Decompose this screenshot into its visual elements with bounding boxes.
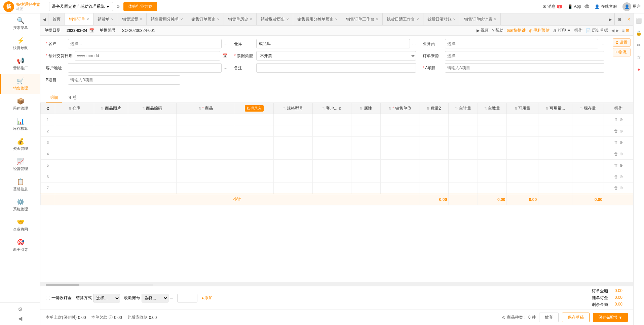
tab-close-icon[interactable]: ✕ <box>250 17 252 21</box>
shortcut-btn[interactable]: ⌨ 快捷键 <box>507 28 526 33</box>
row-copy-icon[interactable]: ⊕ <box>619 186 623 190</box>
remarks-input[interactable] <box>256 63 416 73</box>
warehouse-input[interactable] <box>256 39 410 48</box>
sidebar-item-marketing[interactable]: 📢 营销推广 <box>0 54 40 74</box>
tab-cost-history[interactable]: 销售费用分摊单历史 ✕ <box>293 13 342 26</box>
save-draft-btn[interactable]: 保存草稿 <box>562 313 590 322</box>
sidebar-collapse-icon[interactable]: ◀ <box>18 315 22 322</box>
address-more-icon[interactable]: ··· <box>224 65 228 71</box>
sidebar-item-finance[interactable]: 💰 资金管理 <box>0 134 40 155</box>
scan-btn[interactable]: 扫码录入 <box>245 105 264 112</box>
tab-close-icon[interactable]: ✕ <box>376 17 378 21</box>
sidebar-item-operations[interactable]: 📈 经营管理 <box>0 155 40 175</box>
right-icon-1[interactable]: ⬜ <box>634 16 644 26</box>
horizontal-scrollbar[interactable] <box>40 282 633 286</box>
customer-more-icon[interactable]: ··· <box>224 41 228 46</box>
tab-close-icon[interactable]: ✕ <box>86 17 89 21</box>
salesperson-input[interactable] <box>445 39 599 48</box>
tab-detail[interactable]: 明细 <box>46 93 62 103</box>
tab-order-history[interactable]: 销售订单历史 ✕ <box>187 13 224 26</box>
row-delete-icon[interactable]: 🗑 <box>614 174 618 179</box>
debit-info-icon[interactable]: ⓘ <box>109 315 113 320</box>
print-btn[interactable]: 🖨 打印 ▼ <box>553 28 571 33</box>
list-view-icon[interactable]: ≡ <box>622 28 624 33</box>
tab-daily-workbench[interactable]: 钱货日清工作台 ✕ <box>383 13 423 26</box>
one-click-label[interactable]: 一键收订金 <box>46 295 72 301</box>
tab-slip-history[interactable]: 销货单历史 ✕ <box>224 13 257 26</box>
tab-return-history[interactable]: 销货退货历史 ✕ <box>257 13 293 26</box>
discard-btn[interactable]: 放弃 <box>539 313 559 322</box>
profit-btn[interactable]: ◎ 毛利预估 <box>529 28 550 33</box>
message-btn[interactable]: ✉ 消息 9 <box>543 4 562 9</box>
invoice-type-select[interactable]: 不开票 <box>256 51 416 60</box>
th-settings[interactable]: ⚙ <box>41 103 55 114</box>
tab-summary[interactable]: 汇总 <box>65 93 81 103</box>
online-support-btn[interactable]: 👤 在线客服 <box>595 4 617 9</box>
tab-sales-slip[interactable]: 销货单 ✕ <box>93 13 118 26</box>
tab-sales-return[interactable]: 销货退货 ✕ <box>118 13 147 26</box>
row-copy-icon[interactable]: ⊕ <box>619 152 623 156</box>
tab-close-icon[interactable]: ✕ <box>416 17 419 21</box>
tab-stats[interactable]: 销售订单统计表 ✕ <box>460 13 501 26</box>
tab-close-icon[interactable]: ✕ <box>453 17 456 21</box>
save-new-dropdown-icon[interactable]: ▼ <box>618 315 622 320</box>
row-delete-icon[interactable]: 🗑 <box>614 163 618 168</box>
tab-close-icon[interactable]: ✕ <box>180 17 183 21</box>
order-source-input[interactable] <box>445 51 604 60</box>
add-payment-btn[interactable]: ● 添加 <box>201 295 213 301</box>
tab-home[interactable]: 首页 <box>48 13 65 26</box>
salesperson-more-icon[interactable]: ··· <box>600 41 604 46</box>
user-avatar-btn[interactable]: 👤 用户 <box>622 2 641 11</box>
row-delete-icon[interactable]: 🗑 <box>614 152 618 156</box>
calendar-icon[interactable]: 📅 <box>89 28 94 33</box>
tab-prev-btn[interactable]: ◀ <box>40 13 48 26</box>
sidebar-item-inventory[interactable]: 📊 库存核算 <box>0 114 40 134</box>
tab-close-icon[interactable]: ✕ <box>335 17 338 21</box>
add-goods-btn[interactable]: + 物流 <box>613 48 631 56</box>
operate-btn[interactable]: 操作 <box>574 28 582 33</box>
next-record-icon[interactable]: ▶ <box>616 28 619 33</box>
tab-menu-btn[interactable]: ⊞ <box>614 13 624 26</box>
sidebar-item-base-info[interactable]: 📋 基础信息 <box>0 175 40 195</box>
right-icon-lock[interactable]: 🔒 <box>634 28 644 38</box>
delivery-date-input[interactable] <box>75 51 220 60</box>
row-copy-icon[interactable]: ⊕ <box>619 174 623 179</box>
view-btn[interactable]: ▶ 视频 <box>477 28 489 33</box>
row-copy-icon[interactable]: ⊕ <box>619 140 623 145</box>
tab-sales-order[interactable]: 销售订单 ✕ <box>65 13 93 26</box>
tab-close-icon[interactable]: ✕ <box>111 17 114 21</box>
tab-close-icon[interactable]: ✕ <box>140 17 142 21</box>
settings-btn[interactable]: ⚙ 设置 <box>613 38 631 47</box>
row-delete-icon[interactable]: 🗑 <box>614 117 618 122</box>
account-more-icon[interactable]: ··· <box>170 296 173 300</box>
row-copy-icon[interactable]: ⊕ <box>619 129 623 133</box>
sidebar-item-sales[interactable]: 🛒 销售管理 <box>0 74 40 94</box>
settings-icon[interactable]: ⚙ <box>116 4 120 9</box>
sidebar-item-system[interactable]: ⚙️ 系统管理 <box>0 195 40 215</box>
right-icon-alert[interactable]: ● <box>634 65 644 74</box>
tab-close-icon[interactable]: ✕ <box>286 17 289 21</box>
b-project-input[interactable] <box>68 75 180 85</box>
sidebar-settings-icon[interactable]: ⚙ <box>18 306 23 313</box>
history-btn[interactable]: 📄 历史单据 <box>586 28 608 33</box>
payment-amount-input[interactable]: 0.00 <box>177 294 197 302</box>
customer-input[interactable] <box>68 39 222 48</box>
prev-record-icon[interactable]: ◀ <box>611 28 614 33</box>
row-delete-icon[interactable]: 🗑 <box>614 186 618 190</box>
right-icon-star[interactable]: ☆ <box>634 52 644 62</box>
a-project-input[interactable] <box>445 63 604 73</box>
one-click-checkbox[interactable] <box>46 296 50 300</box>
sidebar-item-guide[interactable]: 🎯 新手引导 <box>0 235 40 255</box>
row-delete-icon[interactable]: 🗑 <box>614 129 618 133</box>
help-btn[interactable]: ? 帮助 <box>492 28 503 33</box>
tab-close-icon[interactable]: ✕ <box>494 17 496 21</box>
row-copy-icon[interactable]: ⊕ <box>619 163 623 168</box>
save-new-btn[interactable]: 保存&新增 ▼ <box>593 313 628 322</box>
sidebar-item-purchase[interactable]: 📦 采购管理 <box>0 94 40 114</box>
grid-view-icon[interactable]: ⊞ <box>626 28 629 33</box>
tab-cost-split[interactable]: 销售费用分摊单 ✕ <box>147 13 187 26</box>
delivery-calendar-icon[interactable]: 📅 <box>222 53 227 58</box>
tab-close-icon[interactable]: ✕ <box>217 17 220 21</box>
app-download-btn[interactable]: 📱 App下载 <box>568 4 589 9</box>
tab-next-btn[interactable]: ▶ <box>606 13 614 26</box>
